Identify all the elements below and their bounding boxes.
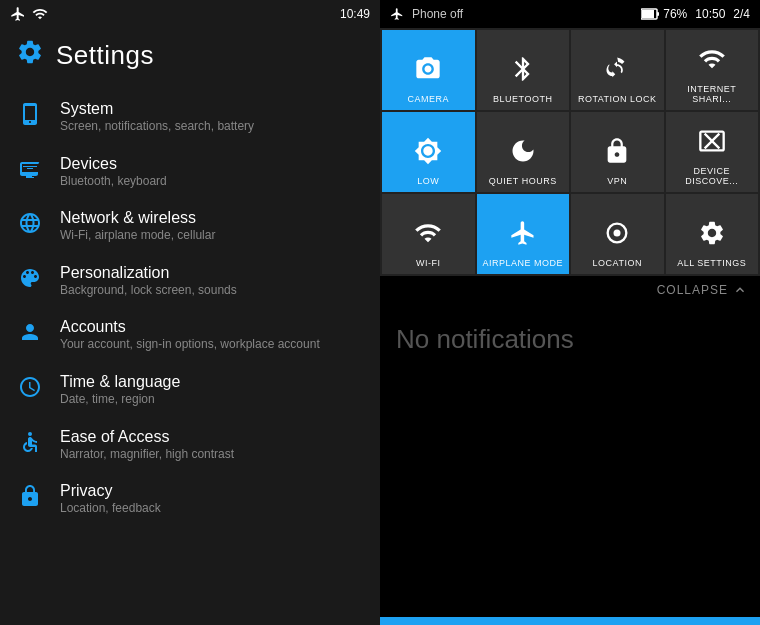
vpn-label: VPN (607, 176, 627, 186)
qa-bluetooth[interactable]: BLUETOOTH (477, 30, 570, 110)
settings-item-system[interactable]: System Screen, notifications, search, ba… (0, 90, 380, 145)
ease-icon (16, 430, 44, 460)
svg-rect-1 (23, 166, 37, 167)
ease-text: Ease of Access Narrator, magnifier, high… (60, 428, 234, 463)
battery-percent: 76% (663, 7, 687, 21)
signal-strength: 2/4 (733, 7, 750, 21)
rotation-lock-icon (603, 55, 631, 90)
wifi-icon-left (32, 6, 48, 22)
settings-panel: 10:49 Settings System Screen, notificati… (0, 0, 380, 625)
brightness-low-label: LOW (417, 176, 439, 186)
airplane-icon (10, 6, 26, 22)
settings-item-ease[interactable]: Ease of Access Narrator, magnifier, high… (0, 418, 380, 473)
qa-rotation-lock[interactable]: ROTATION LOCK (571, 30, 664, 110)
qa-device-discovery[interactable]: DEVICE DISCOVE... (666, 112, 759, 192)
settings-item-devices[interactable]: Devices Bluetooth, keyboard (0, 145, 380, 200)
all-settings-label: ALL SETTINGS (677, 258, 746, 268)
wifi-label: WI-FI (416, 258, 441, 268)
no-notifications-text: No notifications (396, 324, 574, 355)
network-icon (16, 211, 44, 241)
bluetooth-label: BLUETOOTH (493, 94, 552, 104)
camera-icon (414, 55, 442, 90)
right-status-bar: Phone off 76% 10:50 2/4 (380, 0, 760, 28)
devices-icon (16, 157, 44, 187)
right-time: 10:50 (695, 7, 725, 21)
quiet-hours-label: QUIET HOURS (489, 176, 557, 186)
svg-point-2 (28, 432, 32, 436)
qa-airplane-mode[interactable]: AIRPLANE MODE (477, 194, 570, 274)
settings-item-privacy[interactable]: Privacy Location, feedback (0, 472, 380, 527)
airplane-status-icon (390, 7, 404, 21)
system-text: System Screen, notifications, search, ba… (60, 100, 254, 135)
brightness-icon (414, 137, 442, 172)
personalization-icon (16, 266, 44, 296)
accounts-text: Accounts Your account, sign-in options, … (60, 318, 320, 353)
qa-location[interactable]: LOCATION (571, 194, 664, 274)
internet-sharing-icon (698, 45, 726, 80)
settings-title: Settings (56, 40, 154, 71)
bluetooth-icon (509, 55, 537, 90)
svg-rect-5 (657, 12, 659, 16)
right-status-left: Phone off (390, 7, 463, 21)
svg-rect-0 (27, 168, 33, 169)
left-status-time: 10:49 (340, 7, 370, 21)
accounts-icon (16, 320, 44, 350)
svg-point-7 (614, 230, 621, 237)
airplane-mode-icon (509, 219, 537, 254)
phone-off-label: Phone off (412, 7, 463, 21)
vpn-icon (603, 137, 631, 172)
qa-internet-sharing[interactable]: INTERNET SHARI... (666, 30, 759, 110)
airplane-mode-label: AIRPLANE MODE (482, 258, 563, 268)
qa-wifi[interactable]: WI-FI (382, 194, 475, 274)
devices-text: Devices Bluetooth, keyboard (60, 155, 167, 190)
settings-gear-icon (16, 38, 44, 72)
wifi-tile-icon (414, 219, 442, 254)
bottom-accent-bar (380, 617, 760, 625)
qa-brightness-low[interactable]: LOW (382, 112, 475, 192)
time-text: Time & language Date, time, region (60, 373, 180, 408)
camera-label: CAMERA (407, 94, 449, 104)
battery-icon (641, 8, 659, 20)
svg-rect-4 (642, 10, 654, 18)
left-status-bar: 10:49 (0, 0, 380, 28)
qa-all-settings[interactable]: ALL SETTINGS (666, 194, 759, 274)
qa-quiet-hours[interactable]: QUIET HOURS (477, 112, 570, 192)
quiet-hours-icon (509, 137, 537, 172)
internet-sharing-label: INTERNET SHARI... (670, 84, 755, 104)
settings-list: System Screen, notifications, search, ba… (0, 86, 380, 625)
device-discovery-icon (698, 127, 726, 162)
qa-camera[interactable]: CAMERA (382, 30, 475, 110)
rotation-lock-label: ROTATION LOCK (578, 94, 657, 104)
privacy-icon (16, 484, 44, 514)
privacy-text: Privacy Location, feedback (60, 482, 161, 517)
right-status-right: 76% 10:50 2/4 (641, 7, 750, 21)
device-discovery-label: DEVICE DISCOVE... (670, 166, 755, 186)
all-settings-icon (698, 219, 726, 254)
collapse-text: COLLAPSE (657, 283, 728, 297)
collapse-bar[interactable]: COLLAPSE (380, 276, 760, 304)
settings-item-time[interactable]: Time & language Date, time, region (0, 363, 380, 418)
quick-actions-grid: CAMERA BLUETOOTH ROTATION LOCK (380, 28, 760, 276)
location-label: LOCATION (593, 258, 642, 268)
settings-item-personalization[interactable]: Personalization Background, lock screen,… (0, 254, 380, 309)
network-text: Network & wireless Wi-Fi, airplane mode,… (60, 209, 215, 244)
system-icon (16, 102, 44, 132)
time-icon (16, 375, 44, 405)
qa-vpn[interactable]: VPN (571, 112, 664, 192)
settings-item-accounts[interactable]: Accounts Your account, sign-in options, … (0, 308, 380, 363)
location-icon (603, 219, 631, 254)
settings-item-network[interactable]: Network & wireless Wi-Fi, airplane mode,… (0, 199, 380, 254)
notifications-panel: Phone off 76% 10:50 2/4 CAMERA (380, 0, 760, 625)
left-status-icons (10, 6, 48, 22)
collapse-chevron-icon (732, 282, 748, 298)
settings-header: Settings (0, 28, 380, 86)
no-notifications-area: No notifications (380, 304, 760, 617)
personalization-text: Personalization Background, lock screen,… (60, 264, 237, 299)
